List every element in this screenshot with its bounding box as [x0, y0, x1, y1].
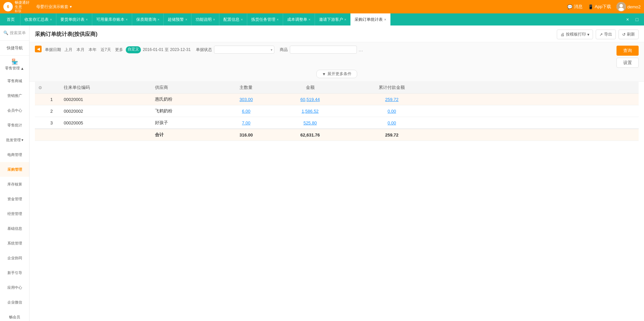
sidebar-item-member-center[interactable]: 会员中心 [0, 103, 29, 118]
close-icon[interactable]: × [309, 18, 311, 21]
sidebar-search-item[interactable]: 🔍 搜索菜单 [0, 25, 29, 40]
content-area: 采购订单统计表(按供应商) 🖨 按模板打印 ▾ ↗ 导出 ↺ 刷新 [30, 25, 644, 321]
td-supplier-2: 飞鹤奶粉 [152, 105, 219, 117]
message-btn[interactable]: 💬 消息 [567, 4, 583, 10]
td-paid-amount-3[interactable]: 0.00 [346, 117, 437, 129]
td-main-qty-1[interactable]: 303.00 [218, 94, 274, 105]
tab-overstock-alert[interactable]: 超储预警 × [164, 13, 192, 25]
sidebar-item-vip[interactable]: 畅会员 [0, 310, 29, 321]
sidebar-item-retail-store[interactable]: 零售商城 [0, 73, 29, 88]
shortcut-7days[interactable]: 近7天 [99, 46, 112, 53]
shortcut-last-month[interactable]: 上月 [63, 46, 74, 53]
page-content: 采购订单统计表(按供应商) 🖨 按模板打印 ▾ ↗ 导出 ↺ 刷新 [30, 25, 644, 321]
status-select[interactable] [214, 46, 274, 54]
maximize-tab-btn[interactable]: □ [633, 15, 641, 24]
settings-button[interactable]: 设置 [616, 58, 639, 68]
logo-icon: 6 [3, 2, 13, 11]
tab-invite-downstream[interactable]: 邀请下游客户 × [315, 13, 351, 25]
sidebar-item-enterprise-wechat[interactable]: 企业微信 [0, 295, 29, 310]
print-template-button[interactable]: 🖨 按模板打印 ▾ [557, 30, 593, 39]
footer-main-qty: 316.00 [218, 129, 274, 141]
tab-income-summary[interactable]: 收发存汇总表 × [20, 13, 56, 25]
sidebar-item-finance[interactable]: 资金管理 [0, 192, 29, 206]
tab-expiry-query[interactable]: 保质期查询 × [132, 13, 164, 25]
shortcut-more[interactable]: 更多 [114, 46, 124, 53]
sidebar-item-retail-stats[interactable]: 零售统计 [0, 118, 29, 132]
workspace-selector[interactable]: 母婴行业演示账套 ▾ [36, 4, 567, 10]
expand-more-btn[interactable]: ▼ 展开更多条件 [316, 70, 357, 78]
close-icon[interactable]: × [50, 18, 52, 21]
td-settings-1 [35, 94, 47, 105]
tab-order-summary[interactable]: 要货单统计表 × [56, 13, 92, 25]
sidebar-item-basic-info[interactable]: 基础信息 [0, 221, 29, 236]
date-filter: 单据日期 上月 本月 本年 近7天 更多 自定义 [45, 46, 191, 53]
sidebar-item-purchase-mgmt[interactable]: 采购管理 [0, 162, 29, 177]
data-table: ⚙ 往来单位编码 供应商 主数量 金额 累计付款金额 [35, 82, 639, 141]
tab-func-guide[interactable]: 功能说明 × [192, 13, 219, 25]
sidebar-main-nav: 🏪 零售管理 ▲ 零售商城 营销推广 会员中心 零售统计 批发管理 [0, 56, 29, 321]
goods-input[interactable] [290, 46, 357, 54]
td-amount-3[interactable]: 525.80 [274, 117, 346, 129]
td-paid-amount-2[interactable]: 0.00 [346, 105, 437, 117]
close-icon[interactable]: × [213, 18, 215, 21]
th-amount: 金额 [274, 82, 346, 94]
shortcut-this-year[interactable]: 本年 [87, 46, 98, 53]
tab-stock-ledger[interactable]: 可用量库存账本 × [92, 13, 132, 25]
close-icon[interactable]: × [158, 18, 160, 21]
close-icon[interactable]: × [126, 18, 128, 21]
footer-label: 合计 [152, 129, 219, 141]
td-paid-amount-1[interactable]: 259.72 [346, 94, 437, 105]
sidebar-item-retail-mgmt[interactable]: 🏪 零售管理 ▲ [0, 56, 29, 73]
td-amount-1[interactable]: 60,519.44 [274, 94, 346, 105]
sidebar-item-marketing[interactable]: 营销推广 [0, 88, 29, 103]
search-icon: 🔍 [3, 31, 8, 35]
sidebar-item-ecommerce[interactable]: 电商管理 [0, 147, 29, 162]
shortcut-this-month[interactable]: 本月 [75, 46, 86, 53]
close-icon[interactable]: × [185, 18, 187, 21]
close-icon[interactable]: × [344, 18, 346, 21]
sidebar-item-system-mgmt[interactable]: 系统管理 [0, 236, 29, 251]
footer-row: 合计 316.00 62,631.76 259.72 [35, 129, 639, 141]
tab-purchase-stats[interactable]: 采购订单统计表 × [351, 13, 390, 25]
refresh-button[interactable]: ↺ 刷新 [619, 30, 639, 39]
footer-paid-amount: 259.72 [346, 129, 437, 141]
table-row: 3 00020005 好孩子 7.00 525.80 0.00 [35, 117, 639, 129]
goods-more-icon[interactable]: … [357, 47, 364, 52]
sidebar-item-inventory[interactable]: 库存核算 [0, 177, 29, 192]
chevron-down-icon: ▲ [20, 66, 24, 70]
close-tab-btn[interactable]: × [623, 15, 632, 24]
date-range: 2016-01-01 至 2023-12-31 [143, 47, 191, 53]
td-main-qty-2[interactable]: 6.00 [218, 105, 274, 117]
sidebar-item-enterprise-collab[interactable]: 企业协同 [0, 251, 29, 265]
td-amount-2[interactable]: 1,586.52 [274, 105, 346, 117]
tab-home[interactable]: 首页 [1, 13, 20, 25]
sidebar-item-quick-nav[interactable]: 快捷导航 [0, 41, 29, 55]
sidebar-item-app-center[interactable]: 应用中心 [0, 280, 29, 295]
td-main-qty-3[interactable]: 7.00 [218, 117, 274, 129]
sidebar-item-ops[interactable]: 经营管理 [0, 206, 29, 221]
td-unit-code-2: 00020002 [60, 105, 152, 117]
column-settings-icon[interactable]: ⚙ [38, 85, 42, 90]
query-button[interactable]: 查询 [616, 46, 639, 56]
tab-config-info[interactable]: 配置信息 × [219, 13, 247, 25]
top-bar: 6 畅捷通好生意 标版 母婴行业演示账套 ▾ 💬 消息 📱 App下载 demo… [0, 0, 644, 13]
close-icon[interactable]: × [277, 18, 279, 21]
close-icon[interactable]: × [384, 18, 386, 21]
sidebar-item-new-guide[interactable]: 新手引导 [0, 265, 29, 280]
custom-date-badge[interactable]: 自定义 [126, 46, 141, 53]
user-avatar-btn[interactable]: demo2 [616, 2, 641, 11]
th-paid-amount: 累计付款金额 [346, 82, 437, 94]
refresh-icon: ↺ [622, 32, 626, 37]
td-seq-3: 3 [47, 117, 60, 129]
app-download-btn[interactable]: 📱 App下载 [588, 4, 611, 10]
export-button[interactable]: ↗ 导出 [596, 30, 616, 39]
close-icon[interactable]: × [86, 18, 88, 21]
tab-cost-adjust[interactable]: 成本调整单 × [283, 13, 315, 25]
close-icon[interactable]: × [241, 18, 243, 21]
tab-picking-task[interactable]: 拣货任务管理 × [247, 13, 283, 25]
filter-collapse-btn[interactable]: ◀ [35, 46, 42, 52]
svg-point-2 [619, 8, 624, 11]
chevron-down-icon: ▾ [587, 32, 589, 37]
th-extra [437, 82, 639, 94]
sidebar-item-wholesale-mgmt[interactable]: 批发管理 ▾ [0, 132, 29, 147]
